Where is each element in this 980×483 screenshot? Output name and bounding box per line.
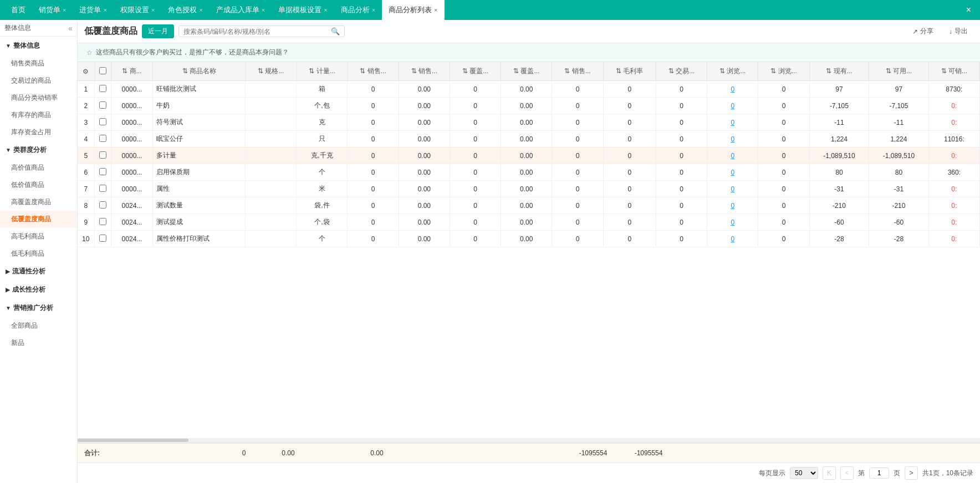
th-checkbox[interactable] — [94, 62, 111, 81]
sidebar-item-low-value[interactable]: 低价值商品 — [0, 176, 77, 194]
cell-view1[interactable]: 0 — [707, 197, 758, 214]
sidebar-item-high-coverage[interactable]: 高覆盖度商品 — [0, 194, 77, 211]
export-button[interactable]: ↓ 导出 — [943, 24, 973, 38]
sort-icon[interactable]: ⇅ — [941, 67, 947, 75]
row-checkbox[interactable] — [99, 151, 106, 159]
table-container[interactable]: ⚙ ⇅ 商... ⇅ 商品名称 ⇅ 规格... ⇅ 计量... ⇅ 销售... … — [78, 62, 980, 438]
cell-saleable: 0: — [928, 98, 979, 114]
row-checkbox[interactable] — [99, 185, 106, 192]
scrollbar-thumb[interactable] — [78, 439, 188, 442]
sidebar-item-all-goods[interactable]: 全部商品 — [0, 317, 77, 334]
sidebar-item-capital[interactable]: 库存资金占用 — [0, 124, 77, 141]
cell-view1[interactable]: 0 — [707, 131, 758, 148]
nav-permission[interactable]: 权限设置 × — [114, 0, 161, 20]
cell-view1[interactable]: 0 — [707, 148, 758, 164]
sidebar-section-marketing[interactable]: ▼ 营销推广分析 — [0, 299, 77, 317]
nav-sales[interactable]: 销货单 × — [32, 0, 73, 20]
select-all-checkbox[interactable] — [99, 67, 106, 74]
sidebar-item-inventory-goods[interactable]: 有库存的商品 — [0, 106, 77, 124]
cell-checkbox[interactable] — [94, 81, 111, 98]
sort-icon[interactable]: ⇅ — [411, 67, 417, 75]
nav-purchase[interactable]: 进货单 × — [73, 0, 113, 20]
search-icon[interactable]: 🔍 — [331, 27, 340, 35]
close-icon[interactable]: × — [151, 7, 155, 13]
prev-page-button[interactable]: < — [840, 466, 854, 480]
sidebar-item-sales-goods[interactable]: 销售类商品 — [0, 55, 77, 72]
cell-checkbox[interactable] — [94, 214, 111, 231]
cell-view1[interactable]: 0 — [707, 214, 758, 231]
row-checkbox[interactable] — [99, 235, 106, 242]
sort-icon[interactable]: ⇅ — [886, 67, 891, 75]
row-checkbox[interactable] — [99, 101, 106, 109]
sidebar-section-growth[interactable]: ▶ 成长性分析 — [0, 281, 77, 299]
cell-checkbox[interactable] — [94, 181, 111, 197]
sort-icon[interactable]: ⇅ — [513, 67, 519, 75]
cell-view1[interactable]: 0 — [707, 181, 758, 197]
nav-role[interactable]: 角色授权 × — [161, 0, 209, 20]
cell-checkbox[interactable] — [94, 231, 111, 247]
sort-icon[interactable]: ⇅ — [826, 67, 831, 75]
sidebar-section-cluster[interactable]: ▼ 类群度分析 — [0, 141, 77, 159]
close-icon[interactable]: × — [63, 7, 66, 13]
row-checkbox[interactable] — [99, 135, 106, 142]
window-close-button[interactable]: × — [962, 5, 976, 15]
sidebar-item-high-value[interactable]: 高价值商品 — [0, 159, 77, 176]
sidebar-item-low-margin[interactable]: 低毛利商品 — [0, 245, 77, 262]
nav-product-analysis[interactable]: 商品分析 × — [334, 0, 382, 20]
sidebar-item-new-goods[interactable]: 新品 — [0, 334, 77, 352]
sidebar-section-liquidity[interactable]: ▶ 流通性分析 — [0, 262, 77, 281]
search-input[interactable] — [183, 28, 331, 35]
sidebar-section-overall[interactable]: ▼ 整体信息 — [0, 37, 77, 55]
nav-home[interactable]: 首页 — [4, 0, 32, 20]
row-checkbox[interactable] — [99, 201, 106, 209]
cell-view1[interactable]: 0 — [707, 114, 758, 131]
sidebar-item-traded-goods[interactable]: 交易过的商品 — [0, 72, 77, 89]
sort-icon[interactable]: ⇅ — [719, 67, 725, 75]
close-icon[interactable]: × — [103, 7, 106, 13]
first-page-button[interactable]: K — [823, 466, 836, 480]
row-checkbox[interactable] — [99, 168, 106, 175]
nav-product-analysis-list[interactable]: 商品分析列表 × — [382, 0, 444, 20]
close-icon[interactable]: × — [434, 7, 437, 13]
close-icon[interactable]: × — [324, 7, 327, 13]
nav-template[interactable]: 单据模板设置 × — [272, 0, 334, 20]
nav-product-in[interactable]: 产成品入库单 × — [210, 0, 272, 20]
sidebar-item-category-rate[interactable]: 商品分类动销率 — [0, 89, 77, 106]
cell-view1[interactable]: 0 — [707, 98, 758, 114]
cell-view1[interactable]: 0 — [707, 231, 758, 247]
cell-checkbox[interactable] — [94, 114, 111, 131]
share-button[interactable]: ↗ 分享 — [907, 24, 939, 38]
filter-recent-month[interactable]: 近一月 — [142, 24, 174, 38]
sort-icon[interactable]: ⇅ — [668, 67, 674, 75]
sidebar-item-high-margin[interactable]: 高毛利商品 — [0, 228, 77, 245]
sort-icon[interactable]: ⇅ — [122, 67, 127, 75]
sidebar-collapse-button[interactable]: « — [68, 24, 73, 33]
cell-checkbox[interactable] — [94, 148, 111, 164]
sort-icon[interactable]: ⇅ — [258, 67, 263, 75]
sort-icon[interactable]: ⇅ — [309, 67, 314, 75]
close-icon[interactable]: × — [262, 7, 265, 13]
sort-icon[interactable]: ⇅ — [564, 67, 570, 75]
row-checkbox[interactable] — [99, 218, 106, 225]
row-checkbox[interactable] — [99, 85, 106, 92]
sort-icon[interactable]: ⇅ — [360, 67, 365, 75]
sidebar-item-low-coverage[interactable]: 低覆盖度商品 — [0, 211, 77, 228]
cell-checkbox[interactable] — [94, 197, 111, 214]
cell-view1[interactable]: 0 — [707, 81, 758, 98]
cell-checkbox[interactable] — [94, 131, 111, 148]
horizontal-scrollbar[interactable] — [78, 438, 980, 443]
sort-icon[interactable]: ⇅ — [182, 67, 188, 75]
sort-icon[interactable]: ⇅ — [770, 67, 776, 75]
per-page-select[interactable]: 50 20 100 — [790, 467, 818, 479]
close-icon[interactable]: × — [199, 7, 202, 13]
th-settings[interactable]: ⚙ — [78, 62, 94, 81]
row-checkbox[interactable] — [99, 118, 106, 125]
cell-view1[interactable]: 0 — [707, 164, 758, 181]
close-icon[interactable]: × — [372, 7, 375, 13]
next-page-button[interactable]: > — [905, 466, 918, 480]
sort-icon[interactable]: ⇅ — [462, 67, 468, 75]
sort-icon[interactable]: ⇅ — [616, 67, 621, 75]
current-page-input[interactable] — [869, 467, 889, 479]
cell-checkbox[interactable] — [94, 98, 111, 114]
cell-checkbox[interactable] — [94, 164, 111, 181]
